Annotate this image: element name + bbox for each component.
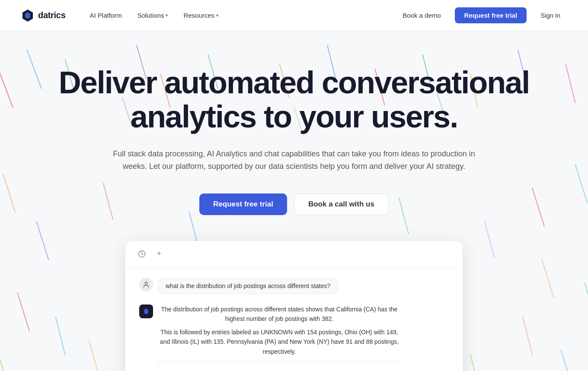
nav-solutions[interactable]: Solutions ▾	[131, 8, 175, 22]
resources-chevron-icon: ▾	[216, 13, 218, 18]
ai-response: The distribution of job postings across …	[158, 304, 400, 371]
ai-response-line1: The distribution of job postings across …	[158, 304, 400, 324]
nav-ai-platform[interactable]: AI Platform	[83, 8, 129, 22]
hero-buttons: Request free trial Book a call with us	[35, 193, 553, 215]
add-icon[interactable]: +	[153, 248, 165, 260]
demo-card: + what is the distribution of job postin…	[125, 241, 463, 371]
logo-text: datrics	[38, 10, 66, 20]
book-demo-link[interactable]: Book a demo	[396, 8, 447, 22]
hero-section: Deliver automated conversational analyti…	[0, 31, 588, 371]
history-icon	[136, 248, 148, 260]
chart-preview: Distribution of Job Postings Across Stat…	[158, 361, 400, 371]
ai-message: The distribution of job postings across …	[139, 304, 449, 371]
hero-subtitle: Full stack data processing, AI Analytics…	[112, 148, 476, 173]
svg-point-41	[145, 282, 147, 284]
demo-card-body: what is the distribution of job postings…	[125, 267, 463, 371]
hero-book-call-button[interactable]: Book a call with us	[294, 193, 389, 215]
navbar: datrics AI Platform Solutions ▾ Resource…	[0, 0, 588, 31]
logo-link[interactable]: datrics	[21, 9, 66, 22]
solutions-chevron-icon: ▾	[166, 13, 168, 18]
chart-options-icon[interactable]: ⋯	[384, 368, 393, 371]
request-free-trial-button[interactable]: Request free trial	[455, 7, 527, 23]
signin-link[interactable]: Sign in	[534, 8, 567, 22]
user-question: what is the distribution of job postings…	[158, 278, 338, 294]
user-avatar	[139, 278, 153, 292]
demo-card-header: +	[125, 241, 463, 267]
chart-title: Distribution of Job Postings Across Stat…	[166, 369, 278, 371]
hero-content: Deliver automated conversational analyti…	[0, 66, 588, 371]
ai-avatar	[139, 304, 153, 318]
ai-response-line2: This is followed by entries labeled as U…	[158, 327, 400, 356]
nav-resources[interactable]: Resources ▾	[176, 8, 225, 22]
nav-links: AI Platform Solutions ▾ Resources ▾	[83, 8, 396, 22]
user-message: what is the distribution of job postings…	[139, 278, 449, 294]
nav-actions: Book a demo Request free trial Sign in	[396, 7, 567, 23]
logo-icon	[21, 9, 35, 22]
hero-title: Deliver automated conversational analyti…	[56, 66, 532, 134]
hero-request-free-trial-button[interactable]: Request free trial	[199, 193, 287, 215]
